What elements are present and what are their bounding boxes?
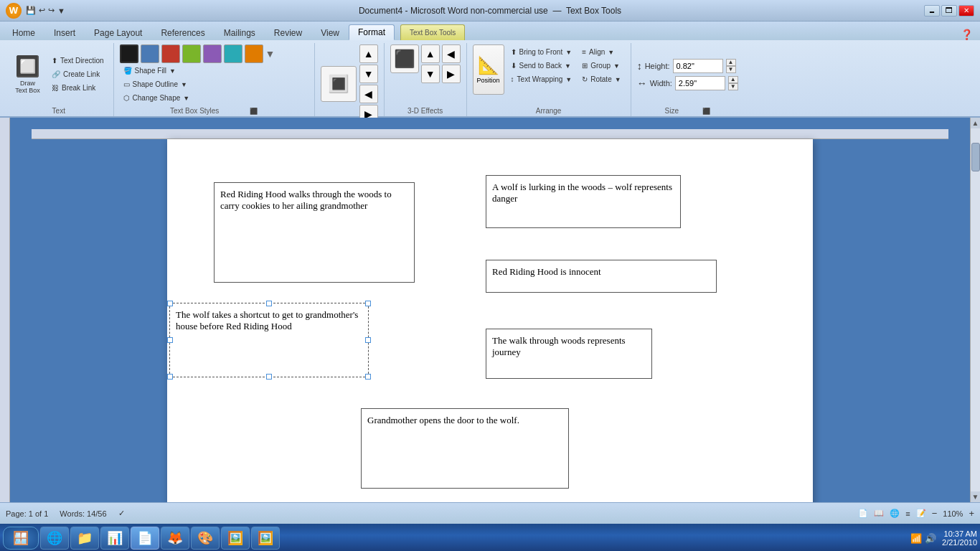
swatch-red[interactable] — [161, 44, 180, 63]
context-tab-label: Text Box Tools — [566, 6, 621, 16]
taskbar-files[interactable]: 📁 — [70, 527, 99, 550]
shape-fill-button[interactable]: 🪣 Shape Fill ▼ — [120, 65, 179, 77]
position-button[interactable]: 📐 Position — [473, 44, 504, 95]
taskbar-firefox[interactable]: 🦊 — [161, 527, 189, 550]
view-web-icon[interactable]: 🌐 — [890, 509, 900, 518]
maximize-button[interactable]: 🗖 — [941, 5, 957, 17]
save-icon[interactable]: 💾 — [26, 6, 36, 15]
help-icon[interactable]: ❓ — [961, 29, 973, 40]
swatch-orange[interactable] — [245, 44, 263, 63]
zoom-out[interactable]: − — [932, 508, 938, 519]
text-direction-button[interactable]: ⬆ Text Direction — [48, 55, 108, 67]
group-button[interactable]: ⊞ Group ▼ — [578, 60, 624, 72]
height-input[interactable] — [673, 59, 723, 73]
width-up[interactable]: ▲ — [728, 76, 738, 83]
align-button[interactable]: ≡ Align ▼ — [578, 46, 624, 58]
handle-bl[interactable] — [167, 374, 173, 380]
swatch-blue[interactable] — [141, 44, 159, 63]
group-text: 🔲 DrawText Box ⬆ Text Direction 🔗 Create… — [4, 43, 114, 116]
office-button[interactable]: W — [6, 3, 22, 19]
textbox-6[interactable]: Grandmother opens the door to the wolf. — [361, 408, 569, 489]
taskbar-paint[interactable]: 🎨 — [191, 527, 220, 550]
create-link-button[interactable]: 🔗 Create Link — [48, 68, 108, 80]
styles-expand-icon[interactable]: ⬛ — [250, 108, 258, 115]
textbox-5[interactable]: The walk through woods represents journe… — [486, 329, 652, 379]
tab-insert[interactable]: Insert — [44, 24, 85, 40]
height-down[interactable]: ▼ — [726, 66, 736, 73]
handle-bc[interactable] — [266, 374, 272, 380]
tab-references[interactable]: References — [151, 24, 214, 40]
tab-page-layout[interactable]: Page Layout — [85, 24, 151, 40]
3d-down-button[interactable]: ▼ — [421, 65, 440, 83]
view-reading-icon[interactable]: 📖 — [874, 509, 884, 518]
textbox-2-selected[interactable]: The wolf takes a shortcut to get to gran… — [169, 303, 369, 377]
change-shape-dropdown[interactable]: ▼ — [183, 95, 189, 102]
swatch-green[interactable] — [182, 44, 201, 63]
handle-mr[interactable] — [365, 337, 371, 343]
handle-tr[interactable] — [365, 301, 371, 306]
shape-outline-button[interactable]: ▭ Shape Outline ▼ — [120, 78, 191, 90]
change-shape-button[interactable]: ⬡ Change Shape ▼ — [120, 92, 194, 104]
3d-right-button[interactable]: ▶ — [442, 65, 461, 83]
view-normal-icon[interactable]: 📄 — [858, 509, 868, 518]
zoom-in[interactable]: + — [969, 508, 974, 519]
swatch-expand[interactable]: ▼ — [265, 48, 275, 60]
draw-textbox-icon: 🔲 — [15, 55, 40, 78]
tab-mailings[interactable]: Mailings — [215, 24, 265, 40]
close-button[interactable]: ✕ — [958, 5, 974, 17]
view-outline-icon[interactable]: ≡ — [905, 509, 910, 518]
tab-home[interactable]: Home — [3, 24, 44, 40]
swatch-purple[interactable] — [203, 44, 222, 63]
handle-ml[interactable] — [167, 337, 173, 343]
scroll-down[interactable]: ▼ — [971, 491, 980, 502]
taskbar-word[interactable]: 📄 — [131, 527, 159, 550]
textbox-1[interactable]: Red Riding Hood walks through the woods … — [214, 182, 415, 283]
handle-br[interactable] — [365, 374, 371, 380]
shape-outline-dropdown[interactable]: ▼ — [181, 81, 187, 88]
bring-front-button[interactable]: ⬆ Bring to Front ▼ — [507, 46, 576, 58]
tab-view[interactable]: View — [311, 24, 349, 40]
start-button[interactable]: 🪟 — [3, 527, 39, 550]
taskbar-excel[interactable]: 📊 — [100, 527, 129, 550]
proof-icon[interactable]: ✓ — [118, 509, 125, 518]
tab-textbox-tools[interactable]: Text Box Tools — [400, 24, 465, 40]
swatch-teal[interactable] — [224, 44, 242, 63]
handle-tc[interactable] — [266, 301, 272, 306]
width-input[interactable] — [675, 76, 725, 90]
3d-left-button[interactable]: ◀ — [442, 44, 461, 63]
scroll-thumb[interactable] — [971, 143, 980, 171]
handle-tl[interactable] — [167, 301, 173, 306]
height-up[interactable]: ▲ — [726, 59, 736, 66]
taskbar-ie[interactable]: 🌐 — [40, 527, 69, 550]
shadow-up-button[interactable]: ▲ — [359, 44, 378, 63]
3d-up-button[interactable]: ▲ — [421, 44, 440, 63]
view-draft-icon[interactable]: 📝 — [916, 509, 926, 518]
taskbar-img2[interactable]: 🖼️ — [251, 527, 280, 550]
scroll-up[interactable]: ▲ — [971, 118, 980, 128]
rotate-button[interactable]: ↻ Rotate ▼ — [578, 73, 624, 85]
shadow-effect-button[interactable]: 🔳 — [321, 66, 357, 102]
size-group-label: Size ⬛ — [637, 105, 738, 115]
shadow-down-button[interactable]: ▼ — [359, 65, 378, 83]
minimize-button[interactable]: 🗕 — [924, 5, 940, 17]
textbox-4[interactable]: Red Riding Hood is innocent — [486, 260, 717, 293]
dropdown-icon[interactable]: ▼ — [57, 6, 65, 15]
taskbar-img1[interactable]: 🖼️ — [221, 527, 250, 550]
shadow-left-button[interactable]: ◀ — [359, 85, 378, 103]
undo-icon[interactable]: ↩ — [39, 6, 45, 15]
3d-group-label: 3-D Effects — [390, 105, 461, 115]
3d-row1: ⬛ ▲ ▼ ◀ ▶ — [390, 44, 461, 83]
3d-effect-button[interactable]: ⬛ — [390, 44, 419, 73]
draw-textbox-button[interactable]: 🔲 DrawText Box — [10, 52, 45, 97]
tab-review[interactable]: Review — [265, 24, 311, 40]
width-down[interactable]: ▼ — [728, 83, 738, 90]
textbox-3[interactable]: A wolf is lurking in the woods – wolf re… — [486, 175, 681, 228]
swatch-black[interactable] — [120, 44, 138, 63]
tab-format[interactable]: Format — [349, 24, 395, 40]
break-link-button[interactable]: ⛓ Break Link — [48, 82, 108, 94]
send-back-button[interactable]: ⬇ Send to Back ▼ — [507, 60, 576, 72]
text-wrapping-button[interactable]: ↕ Text Wrapping ▼ — [507, 73, 576, 85]
redo-icon[interactable]: ↪ — [48, 6, 55, 15]
size-expand-icon[interactable]: ⬛ — [702, 108, 710, 115]
shape-fill-dropdown[interactable]: ▼ — [169, 67, 176, 75]
